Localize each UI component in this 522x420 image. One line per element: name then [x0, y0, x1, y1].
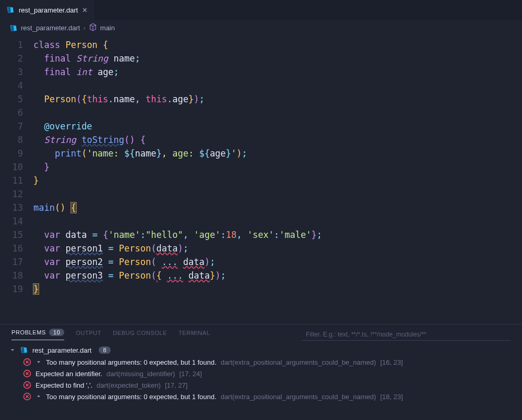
error-icon — [23, 358, 31, 366]
symbol-method-icon — [89, 23, 97, 33]
problem-code: dart(missing_identifier) — [106, 370, 175, 378]
problem-item[interactable]: Too many positional arguments: 0 expecte… — [5, 391, 517, 402]
svg-marker-5 — [21, 347, 24, 353]
problem-location: [17, 24] — [179, 370, 201, 378]
code-editor[interactable]: 12345678910111213141516171819 class Pers… — [0, 36, 522, 296]
error-icon — [23, 369, 31, 378]
editor-tab[interactable]: rest_parameter.dart ✕ — [0, 0, 94, 20]
problem-item[interactable]: Too many positional arguments: 0 expecte… — [5, 356, 517, 368]
tab-problems[interactable]: PROBLEMS10 — [11, 329, 64, 340]
close-icon[interactable]: ✕ — [82, 6, 88, 14]
svg-marker-3 — [11, 25, 14, 31]
dart-file-icon — [20, 346, 28, 354]
problem-message: Expected an identifier. — [35, 370, 102, 378]
code-area[interactable]: class Person { final String name; final … — [33, 38, 522, 296]
problems-file-group[interactable]: rest_parameter.dart 8 — [5, 344, 517, 356]
line-gutter: 12345678910111213141516171819 — [2, 38, 33, 296]
problem-code: dart(expected_token) — [97, 381, 161, 389]
problems-count-badge: 10 — [49, 329, 64, 336]
dart-file-icon — [9, 24, 18, 32]
problems-list: rest_parameter.dart 8 Too many positiona… — [0, 341, 522, 405]
problem-item[interactable]: Expected to find ','. dart(expected_toke… — [5, 379, 517, 391]
chevron-down-icon — [9, 347, 16, 353]
svg-marker-1 — [8, 7, 10, 13]
problem-code: dart(extra_positional_arguments_could_be… — [221, 393, 376, 401]
tab-debug-console[interactable]: DEBUG CONSOLE — [113, 330, 167, 340]
tab-filename: rest_parameter.dart — [19, 6, 78, 14]
tab-terminal[interactable]: TERMINAL — [179, 330, 210, 340]
error-icon — [23, 381, 31, 389]
panel-tabs: PROBLEMS10 OUTPUT DEBUG CONSOLE TERMINAL — [0, 325, 522, 341]
problem-item[interactable]: Expected an identifier. dart(missing_ide… — [5, 368, 517, 379]
problem-location: [18, 23] — [380, 393, 402, 401]
breadcrumb-file[interactable]: rest_parameter.dart — [21, 24, 80, 32]
dart-file-icon — [6, 6, 15, 14]
problem-message: Too many positional arguments: 0 expecte… — [46, 358, 217, 366]
problems-filter[interactable] — [302, 329, 511, 341]
bottom-panel: PROBLEMS10 OUTPUT DEBUG CONSOLE TERMINAL… — [0, 324, 522, 420]
breadcrumb-symbol[interactable]: main — [100, 24, 115, 32]
tab-bar: rest_parameter.dart ✕ — [0, 0, 522, 20]
filter-input[interactable] — [302, 329, 511, 341]
file-problem-count-badge: 8 — [99, 346, 110, 354]
chevron-down-icon — [35, 359, 42, 365]
problem-message: Expected to find ','. — [35, 381, 92, 389]
error-icon — [23, 392, 31, 401]
tab-output[interactable]: OUTPUT — [76, 330, 101, 340]
problem-location: [17, 27] — [165, 381, 187, 389]
chevron-down-icon — [35, 393, 42, 400]
chevron-right-icon: › — [83, 24, 85, 32]
breadcrumb: rest_parameter.dart › main — [0, 20, 522, 36]
problem-location: [16, 23] — [380, 358, 402, 366]
problems-file-name: rest_parameter.dart — [32, 346, 91, 354]
problem-code: dart(extra_positional_arguments_could_be… — [221, 358, 376, 366]
problem-message: Too many positional arguments: 0 expecte… — [46, 393, 217, 401]
